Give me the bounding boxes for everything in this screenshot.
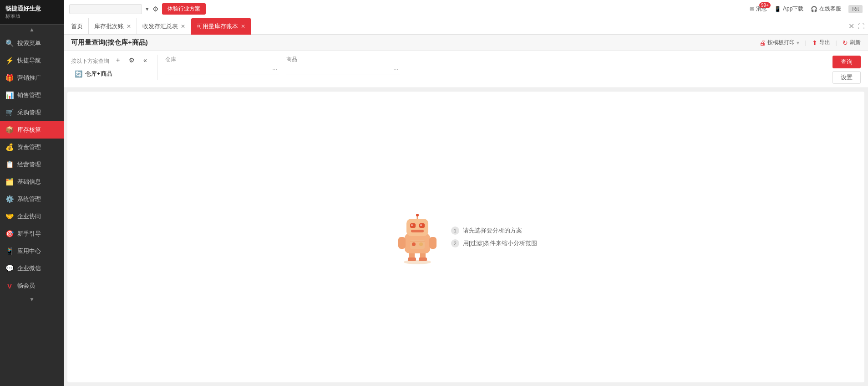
collapse-scheme-button[interactable]: « bbox=[140, 55, 150, 65]
sidebar-item-quick-nav[interactable]: ⚡ 快捷导航 bbox=[0, 52, 64, 69]
sidebar-item-inventory[interactable]: 📦 库存核算 bbox=[0, 121, 64, 139]
sidebar-item-label: 库存核算 bbox=[17, 126, 41, 134]
tab-batch[interactable]: 库存批次账 ✕ bbox=[89, 18, 137, 35]
print-label: 按模板打印 bbox=[767, 39, 795, 46]
scheme-icon: 🔄 bbox=[75, 70, 82, 77]
print-dropdown-icon[interactable]: ▾ bbox=[797, 40, 799, 46]
svg-rect-7 bbox=[429, 237, 437, 249]
svg-rect-8 bbox=[406, 219, 428, 236]
sidebar: 畅捷通好生意 标准版 ▲ 🔍 搜索菜单 ⚡ 快捷导航 🎁 营销推广 📊 销售管理… bbox=[0, 0, 64, 386]
warehouse-input[interactable] bbox=[167, 66, 270, 72]
goods-label: 商品 bbox=[286, 56, 400, 63]
gear-button[interactable]: ⚙ bbox=[152, 5, 158, 13]
refresh-button[interactable]: ↻ 刷新 bbox=[843, 39, 861, 46]
app-download-button[interactable]: 📱 App下载 bbox=[774, 5, 803, 13]
beginner-icon: 🎯 bbox=[5, 230, 14, 238]
sidebar-item-purchase[interactable]: 🛒 采购管理 bbox=[0, 104, 64, 121]
add-scheme-button[interactable]: ＋ bbox=[113, 55, 123, 65]
tab-available[interactable]: 可用量库存账本 ✕ bbox=[191, 18, 251, 35]
sidebar-item-vip[interactable]: V 畅会员 bbox=[0, 277, 64, 294]
topbar: ▾ ⚙ 体验行业方案 ✉ 消息 99+ 📱 App下载 🎧 在线客服 Rit bbox=[64, 0, 868, 18]
goods-input[interactable] bbox=[288, 66, 391, 72]
export-button[interactable]: ⬆ 导出 bbox=[812, 39, 830, 46]
warehouse-more-button[interactable]: ··· bbox=[272, 66, 277, 72]
sidebar-item-label: 企业协同 bbox=[17, 212, 41, 221]
sidebar-item-label: 企业微信 bbox=[17, 264, 41, 273]
sidebar-item-search[interactable]: 🔍 搜索菜单 bbox=[0, 35, 64, 52]
system-icon: ⚙️ bbox=[5, 195, 14, 203]
empty-inner: 1 请先选择要分析的方案 2 用[过滤]条件来缩小分析范围 bbox=[395, 214, 537, 260]
sidebar-item-collab[interactable]: 🤝 企业协同 bbox=[0, 208, 64, 225]
tab-home[interactable]: 首页 bbox=[67, 18, 89, 35]
search-input[interactable] bbox=[69, 4, 142, 14]
svg-rect-11 bbox=[411, 224, 413, 226]
svg-rect-6 bbox=[398, 237, 406, 249]
expand-tab-button[interactable]: ⛶ bbox=[858, 23, 864, 30]
tabs-bar: 首页 库存批次账 ✕ 收发存汇总表 ✕ 可用量库存账本 ✕ ✕ ⛶ bbox=[64, 18, 868, 35]
sidebar-item-marketing[interactable]: 🎁 营销推广 bbox=[0, 69, 64, 87]
app-center-icon: 📱 bbox=[5, 247, 14, 255]
search-dropdown-button[interactable]: ▾ bbox=[146, 5, 149, 12]
wechat-icon: 💬 bbox=[5, 264, 14, 273]
sidebar-item-label: 系统管理 bbox=[17, 195, 41, 203]
main-area: ▾ ⚙ 体验行业方案 ✉ 消息 99+ 📱 App下载 🎧 在线客服 Rit 首… bbox=[64, 0, 868, 386]
search-icon: 🔍 bbox=[5, 39, 14, 47]
svg-rect-4 bbox=[419, 257, 427, 261]
svg-rect-10 bbox=[419, 223, 425, 228]
scheme-item[interactable]: 🔄 仓库+商品 bbox=[71, 68, 150, 80]
sidebar-item-wechat[interactable]: 💬 企业微信 bbox=[0, 260, 64, 277]
sidebar-item-finance[interactable]: 💰 资金管理 bbox=[0, 139, 64, 156]
message-button[interactable]: ✉ 消息 99+ bbox=[750, 5, 767, 13]
svg-point-17 bbox=[412, 242, 416, 246]
filter-area: 按以下方案查询 ＋ ⚙ « 🔄 仓库+商品 仓库 ··· 商品 bbox=[64, 51, 868, 88]
app-subtitle: 标准版 bbox=[5, 13, 58, 20]
purchase-icon: 🛒 bbox=[5, 108, 14, 117]
print-button[interactable]: 🖨 按模板打印 ▾ bbox=[759, 39, 799, 46]
svg-point-18 bbox=[419, 242, 423, 246]
hint-num-2: 2 bbox=[451, 239, 459, 247]
industry-button[interactable]: 体验行业方案 bbox=[162, 3, 206, 15]
sidebar-item-label: 搜索菜单 bbox=[17, 39, 41, 47]
tab-available-close[interactable]: ✕ bbox=[241, 23, 245, 30]
print-icon: 🖨 bbox=[759, 39, 766, 46]
goods-more-button[interactable]: ··· bbox=[393, 66, 398, 72]
marketing-icon: 🎁 bbox=[5, 74, 14, 82]
svg-rect-13 bbox=[411, 230, 424, 232]
query-button[interactable]: 查询 bbox=[832, 56, 861, 68]
sidebar-item-beginner[interactable]: 🎯 新手引导 bbox=[0, 225, 64, 242]
empty-hint-1: 1 请先选择要分析的方案 bbox=[451, 226, 537, 235]
sidebar-item-label: 营销推广 bbox=[17, 74, 41, 82]
sidebar-scroll-down[interactable]: ▼ bbox=[0, 294, 64, 304]
goods-field: 商品 ··· bbox=[286, 56, 400, 74]
hint-num-1: 1 bbox=[451, 226, 459, 235]
online-service-button[interactable]: 🎧 在线客服 bbox=[811, 5, 841, 13]
sidebar-item-label: 快捷导航 bbox=[17, 57, 41, 65]
finance-icon: 💰 bbox=[5, 143, 14, 151]
tab-summary[interactable]: 收发存汇总表 ✕ bbox=[137, 18, 191, 35]
sidebar-item-label: 畅会员 bbox=[17, 282, 35, 290]
sidebar-item-label: 经营管理 bbox=[17, 160, 41, 169]
user-avatar[interactable]: Rit bbox=[848, 5, 863, 13]
svg-point-15 bbox=[416, 214, 419, 216]
sidebar-item-app-center[interactable]: 📱 应用中心 bbox=[0, 242, 64, 260]
app-title: 畅捷通好生意 bbox=[5, 5, 58, 13]
goods-input-wrapper: ··· bbox=[286, 64, 400, 74]
sidebar-item-sales[interactable]: 📊 销售管理 bbox=[0, 87, 64, 104]
sales-icon: 📊 bbox=[5, 91, 14, 99]
close-all-tabs-button[interactable]: ✕ bbox=[848, 22, 854, 31]
sidebar-item-system[interactable]: ⚙️ 系统管理 bbox=[0, 190, 64, 208]
tab-summary-close[interactable]: ✕ bbox=[181, 23, 185, 30]
sidebar-scroll-up[interactable]: ▲ bbox=[0, 25, 64, 35]
sidebar-item-label: 应用中心 bbox=[17, 247, 41, 255]
sidebar-item-label: 采购管理 bbox=[17, 108, 41, 117]
filter-scheme-label: 按以下方案查询 bbox=[71, 55, 109, 65]
sidebar-item-management[interactable]: 📋 经营管理 bbox=[0, 156, 64, 173]
settings-button[interactable]: 设置 bbox=[832, 71, 861, 84]
tab-batch-close[interactable]: ✕ bbox=[127, 23, 131, 30]
inventory-icon: 📦 bbox=[5, 126, 14, 134]
settings-scheme-button[interactable]: ⚙ bbox=[127, 55, 137, 65]
sidebar-item-basic-info[interactable]: 🗂️ 基础信息 bbox=[0, 173, 64, 190]
warehouse-input-wrapper: ··· bbox=[165, 64, 279, 74]
message-badge: 99+ bbox=[759, 2, 771, 8]
divider2: | bbox=[836, 39, 837, 46]
